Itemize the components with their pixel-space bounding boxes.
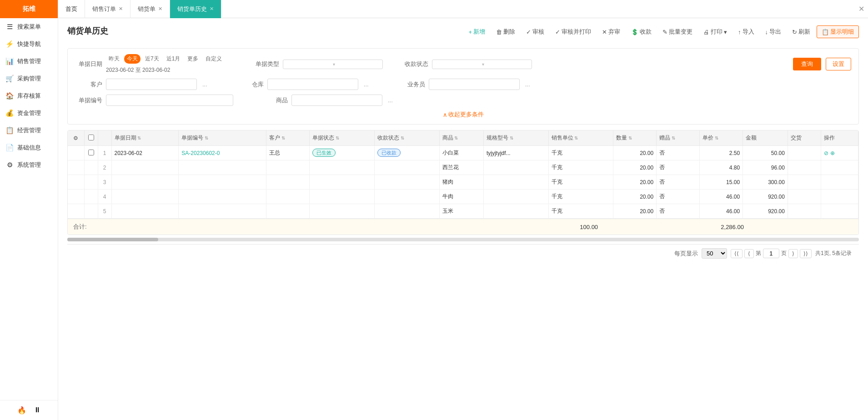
cell-customer (266, 190, 310, 204)
th-goods[interactable]: 商品 (439, 130, 483, 146)
tab-sales-history-close[interactable]: ✕ (210, 6, 214, 12)
th-qty[interactable]: 数量 (613, 130, 657, 146)
cell-check[interactable] (84, 190, 98, 204)
th-unit[interactable]: 销售单位 (548, 130, 613, 146)
tab-sales-history[interactable]: 销货单历史 ✕ (170, 0, 221, 18)
cell-check[interactable] (84, 204, 98, 219)
cell-doc-no[interactable]: SA-20230602-0 (179, 146, 266, 160)
warehouse-ellipsis-btn[interactable]: ... (362, 80, 371, 89)
cell-check[interactable] (84, 146, 98, 160)
th-pay-status[interactable]: 收款状态 (374, 130, 439, 146)
tab-sales-order[interactable]: 销售订单 ✕ (85, 0, 130, 18)
pause-icon[interactable]: ⏸ (34, 406, 41, 415)
audit-button[interactable]: ✓ 审核 (522, 26, 549, 38)
audit-print-button[interactable]: ✓ 审核并打印 (551, 26, 596, 38)
date-tab-more[interactable]: 更多 (185, 54, 201, 64)
quick-nav-icon: ⚡ (5, 40, 14, 48)
cell-doc-no[interactable] (179, 204, 266, 219)
th-date[interactable]: 单据日期 (111, 130, 179, 146)
tab-sales-goods-label: 销货单 (138, 5, 156, 13)
scrollbar-thumb[interactable] (67, 238, 158, 241)
sidebar-item-sys-mgmt[interactable]: ⚙ 系统管理 (0, 156, 58, 174)
purchase-mgmt-icon: 🛒 (5, 75, 14, 83)
sales-mgmt-icon: 📊 (5, 57, 14, 65)
delete-button[interactable]: 🗑 删除 (492, 26, 520, 38)
doc-no-input[interactable] (106, 95, 233, 106)
abandon-button[interactable]: ✕ 弃审 (597, 26, 625, 38)
tab-sales-order-label: 销售订单 (92, 5, 116, 13)
th-price[interactable]: 单价 (700, 130, 743, 146)
cell-spec (483, 160, 548, 175)
cell-doc-no[interactable] (179, 190, 266, 204)
table-row: 1 2023-06-02 SA-20230602-0 王总 已生效 已收款 小白… (68, 146, 858, 160)
sidebar-item-basic-info[interactable]: 📄 基础信息 (0, 139, 58, 156)
batch-change-button[interactable]: ✎ 批量变更 (658, 26, 697, 38)
cell-check[interactable] (84, 160, 98, 175)
sidebar-item-operations[interactable]: 📋 经营管理 (0, 122, 58, 139)
staff-input[interactable] (429, 79, 520, 90)
th-trade: 交货 (788, 130, 821, 146)
collapse-button[interactable]: ∧ 收起更多条件 (75, 110, 851, 119)
th-spec[interactable]: 规格型号 (483, 130, 548, 146)
select-all-checkbox[interactable] (88, 135, 94, 140)
last-page-button[interactable]: ⟩⟩ (800, 249, 812, 258)
customer-ellipsis-btn[interactable]: ... (201, 80, 209, 89)
export-button[interactable]: ↓ 导出 (761, 26, 786, 38)
cell-doc-no[interactable] (179, 175, 266, 190)
tab-home[interactable]: 首页 (58, 0, 85, 18)
th-doc-no[interactable]: 单据编号 (179, 130, 266, 146)
settings-button[interactable]: 设置 (826, 58, 851, 70)
more-action-btn[interactable]: ⊕ (830, 150, 835, 156)
display-detail-button[interactable]: 📋 显示明细 (817, 25, 859, 38)
cell-doc-no[interactable] (179, 160, 266, 175)
tab-sales-order-close[interactable]: ✕ (119, 6, 123, 12)
date-tab-today[interactable]: 今天 (124, 54, 140, 64)
date-tab-1month[interactable]: 近1月 (164, 54, 183, 64)
tab-sales-goods-close[interactable]: ✕ (158, 6, 162, 12)
th-customer[interactable]: 客户 (266, 130, 310, 146)
refresh-button[interactable]: ↻ 刷新 (788, 26, 815, 38)
collect-button[interactable]: 💲 收款 (627, 26, 656, 38)
cell-check[interactable] (84, 175, 98, 190)
main-area: 首页 销售订单 ✕ 销货单 ✕ 销货单历史 ✕ ✕ 销货单历史 + 新增 (58, 0, 868, 420)
date-label: 单据日期 (75, 60, 102, 68)
th-doc-status[interactable]: 单据状态 (310, 130, 375, 146)
date-tab-yesterday[interactable]: 昨天 (106, 54, 122, 64)
th-settings[interactable]: ⚙ (68, 130, 84, 146)
per-page-select[interactable]: 50 100 200 (702, 248, 727, 259)
fire-icon[interactable]: 🔥 (17, 406, 26, 415)
goods-ellipsis-btn[interactable]: ... (386, 96, 395, 105)
edit-action-btn[interactable]: ⊘ (824, 150, 828, 156)
staff-ellipsis-btn[interactable]: ... (523, 80, 532, 89)
customer-input[interactable] (106, 79, 197, 90)
goods-input[interactable] (291, 95, 382, 106)
sidebar-item-purchase-mgmt[interactable]: 🛒 采购管理 (0, 70, 58, 87)
page-wrap: 销货单历史 + 新增 🗑 删除 ✓ 审核 ✓ (58, 18, 868, 420)
sidebar-item-inventory[interactable]: 🏠 库存核算 (0, 87, 58, 105)
next-page-button[interactable]: ⟩ (788, 249, 798, 258)
tab-sales-goods[interactable]: 销货单 ✕ (130, 0, 170, 18)
sidebar-item-search-menu[interactable]: ☰ 搜索菜单 (0, 18, 58, 35)
prev-page-button[interactable]: ⟨ (744, 249, 754, 258)
date-tab-custom[interactable]: 自定义 (203, 54, 225, 64)
window-close-button[interactable]: ✕ (858, 5, 868, 13)
cell-qty: 20.00 (613, 146, 657, 160)
first-page-button[interactable]: ⟨⟨ (731, 249, 743, 258)
date-tab-7days[interactable]: 近7天 (142, 54, 162, 64)
query-button[interactable]: 查询 (793, 58, 821, 70)
warehouse-input[interactable] (267, 79, 358, 90)
payment-status-select[interactable]: ▾ (432, 60, 532, 69)
cell-unit: 千克 (548, 160, 613, 175)
print-button[interactable]: 🖨 打印 ▾ (699, 26, 732, 38)
th-gift[interactable]: 赠品 (657, 130, 700, 146)
sidebar-item-sales-mgmt[interactable]: 📊 销售管理 (0, 53, 58, 70)
sidebar-item-finance-mgmt[interactable]: 💰 资金管理 (0, 105, 58, 122)
import-button[interactable]: ↑ 导入 (733, 26, 759, 38)
horizontal-scrollbar[interactable] (67, 238, 859, 241)
audit-print-icon: ✓ (555, 29, 560, 35)
sidebar-item-quick-nav[interactable]: ⚡ 快捷导航 (0, 35, 58, 53)
new-button[interactable]: + 新增 (464, 26, 490, 38)
page-input[interactable] (763, 249, 779, 258)
doc-type-select[interactable]: ▾ (283, 60, 383, 69)
th-check[interactable] (84, 130, 98, 146)
